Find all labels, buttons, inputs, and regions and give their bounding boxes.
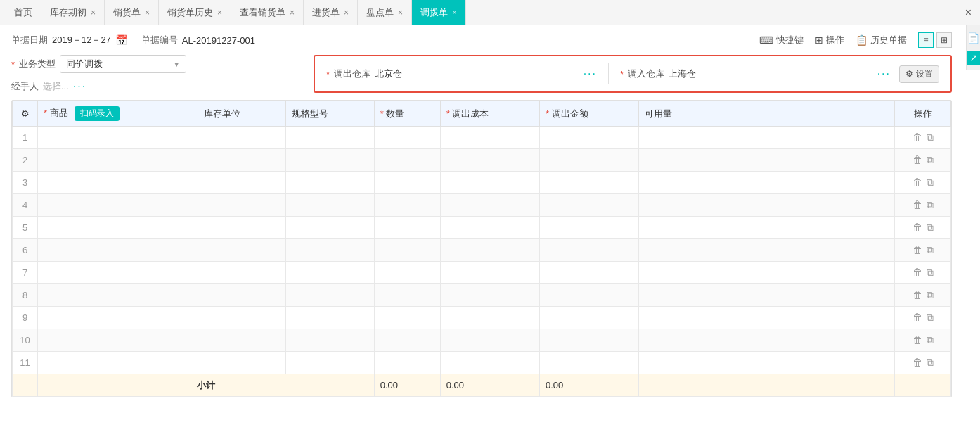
delete-icon[interactable]: 🗑 [913, 154, 922, 165]
spec-cell[interactable] [286, 284, 374, 307]
product-cell[interactable] [38, 217, 198, 239]
quantity-cell[interactable] [374, 329, 440, 352]
cost-cell[interactable] [440, 239, 539, 262]
available-cell[interactable] [639, 262, 895, 284]
date-value[interactable]: 2019－12－27 [52, 34, 111, 46]
unit-cell[interactable] [198, 352, 285, 374]
amount-cell[interactable] [540, 262, 639, 284]
tab-home[interactable]: 首页 [6, 0, 41, 25]
available-cell[interactable] [639, 172, 895, 194]
quantity-cell[interactable] [374, 284, 440, 307]
delete-icon[interactable]: 🗑 [913, 177, 922, 188]
tab-sales-history-close[interactable]: × [217, 8, 222, 18]
layout-grid-button[interactable]: ⊞ [936, 32, 952, 48]
quantity-cell[interactable] [374, 149, 440, 172]
product-cell[interactable] [38, 239, 198, 262]
quantity-cell[interactable] [374, 172, 440, 194]
warehouse-out-more-button[interactable]: ··· [584, 68, 597, 80]
available-cell[interactable] [639, 194, 895, 217]
delete-icon[interactable]: 🗑 [913, 267, 922, 278]
delete-icon[interactable]: 🗑 [913, 132, 922, 143]
cost-cell[interactable] [440, 217, 539, 239]
amount-cell[interactable] [540, 127, 639, 149]
available-cell[interactable] [639, 239, 895, 262]
available-cell[interactable] [639, 127, 895, 149]
tab-purchase-order-close[interactable]: × [344, 8, 349, 18]
sidebar-link-icon[interactable]: ↗ [967, 51, 981, 65]
warehouse-out-value[interactable]: 北京仓 [375, 68, 402, 80]
amount-cell[interactable] [540, 194, 639, 217]
tab-sales-order[interactable]: 销货单 × [105, 0, 159, 25]
product-cell[interactable] [38, 329, 198, 352]
scan-button[interactable]: 扫码录入 [75, 106, 120, 121]
amount-cell[interactable] [540, 149, 639, 172]
tab-view-sales[interactable]: 查看销货单 × [231, 0, 304, 25]
tab-inventory-count[interactable]: 盘点单 × [358, 0, 412, 25]
product-cell[interactable] [38, 194, 198, 217]
available-cell[interactable] [639, 284, 895, 307]
delete-icon[interactable]: 🗑 [913, 312, 922, 323]
spec-cell[interactable] [286, 307, 374, 329]
delete-icon[interactable]: 🗑 [913, 357, 922, 368]
spec-cell[interactable] [286, 127, 374, 149]
unit-cell[interactable] [198, 127, 285, 149]
handler-placeholder[interactable]: 选择... [43, 80, 69, 93]
copy-icon[interactable]: ⧉ [927, 334, 934, 345]
spec-cell[interactable] [286, 172, 374, 194]
unit-cell[interactable] [198, 262, 285, 284]
delete-icon[interactable]: 🗑 [913, 334, 922, 345]
product-cell[interactable] [38, 149, 198, 172]
spec-cell[interactable] [286, 329, 374, 352]
cost-cell[interactable] [440, 262, 539, 284]
shortcuts-button[interactable]: ⌨ 快捷键 [759, 34, 804, 46]
spec-cell[interactable] [286, 149, 374, 172]
cost-cell[interactable] [440, 127, 539, 149]
cost-cell[interactable] [440, 284, 539, 307]
available-cell[interactable] [639, 149, 895, 172]
product-cell[interactable] [38, 352, 198, 374]
cost-cell[interactable] [440, 307, 539, 329]
tab-sales-order-close[interactable]: × [145, 8, 150, 18]
copy-icon[interactable]: ⧉ [927, 312, 934, 323]
copy-icon[interactable]: ⧉ [927, 222, 934, 233]
product-cell[interactable] [38, 307, 198, 329]
spec-cell[interactable] [286, 352, 374, 374]
sidebar-doc-icon[interactable]: 📄 [967, 31, 981, 45]
tab-transfer-order-close[interactable]: × [452, 8, 457, 18]
copy-icon[interactable]: ⧉ [927, 289, 934, 300]
tab-view-sales-close[interactable]: × [290, 8, 295, 18]
cost-cell[interactable] [440, 352, 539, 374]
copy-icon[interactable]: ⧉ [927, 267, 934, 278]
handler-more-button[interactable]: ··· [73, 80, 86, 93]
tab-transfer-order[interactable]: 调拨单 × [412, 0, 466, 25]
quantity-cell[interactable] [374, 239, 440, 262]
available-cell[interactable] [639, 307, 895, 329]
quantity-cell[interactable] [374, 307, 440, 329]
tab-sales-history[interactable]: 销货单历史 × [159, 0, 231, 25]
quantity-cell[interactable] [374, 127, 440, 149]
unit-cell[interactable] [198, 284, 285, 307]
tab-inventory-init-close[interactable]: × [91, 8, 96, 18]
warehouse-in-value[interactable]: 上海仓 [669, 68, 696, 80]
history-button[interactable]: 📋 历史单据 [856, 34, 907, 46]
cost-cell[interactable] [440, 329, 539, 352]
unit-cell[interactable] [198, 329, 285, 352]
product-cell[interactable] [38, 284, 198, 307]
amount-cell[interactable] [540, 172, 639, 194]
unit-cell[interactable] [198, 194, 285, 217]
copy-icon[interactable]: ⧉ [927, 177, 934, 188]
copy-icon[interactable]: ⧉ [927, 199, 934, 210]
quantity-cell[interactable] [374, 217, 440, 239]
delete-icon[interactable]: 🗑 [913, 289, 922, 300]
unit-cell[interactable] [198, 217, 285, 239]
delete-icon[interactable]: 🗑 [913, 222, 922, 233]
copy-icon[interactable]: ⧉ [927, 132, 934, 143]
quantity-cell[interactable] [374, 352, 440, 374]
available-cell[interactable] [639, 217, 895, 239]
business-type-select[interactable]: 同价调拨 ▼ [60, 55, 186, 73]
product-cell[interactable] [38, 172, 198, 194]
tab-purchase-order[interactable]: 进货单 × [304, 0, 358, 25]
spec-cell[interactable] [286, 262, 374, 284]
amount-cell[interactable] [540, 239, 639, 262]
amount-cell[interactable] [540, 217, 639, 239]
